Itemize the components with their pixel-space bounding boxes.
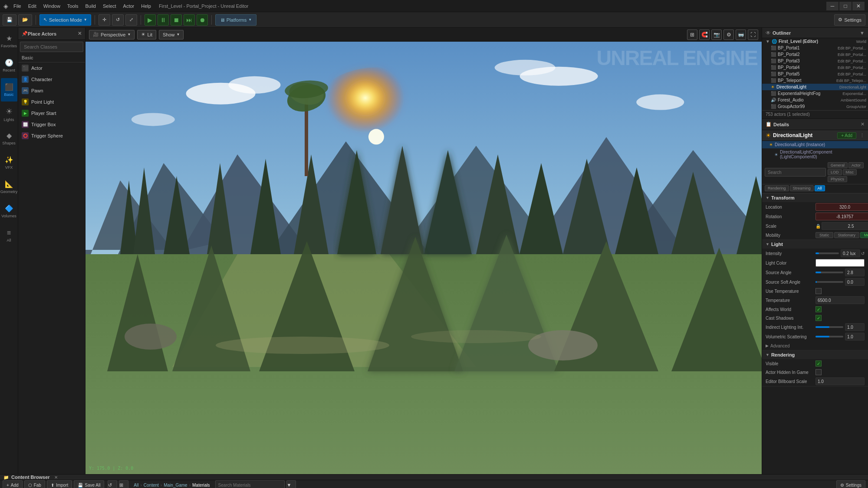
mobility-static-button[interactable]: Static	[815, 232, 833, 238]
breadcrumb-main-game[interactable]: Main_Game	[164, 483, 187, 488]
location-x-input[interactable]	[815, 203, 868, 211]
volumetric-scattering-value[interactable]: 1.0	[845, 333, 865, 341]
volumetric-scattering-track[interactable]	[815, 336, 843, 337]
skip-button[interactable]: ⏭	[184, 14, 195, 26]
outliner-filter-icon[interactable]: ▼	[860, 30, 865, 36]
use-temperature-checkbox[interactable]	[815, 288, 822, 294]
sidebar-item-all[interactable]: ≡ All	[1, 224, 17, 247]
scale-x-input[interactable]	[822, 222, 868, 230]
mobility-movable-button[interactable]: Movable	[860, 232, 868, 238]
stop-button[interactable]: ⏹	[171, 14, 182, 26]
details-more-icon[interactable]: ⋮	[860, 133, 865, 138]
actor-item-character[interactable]: 👤 Character	[18, 74, 85, 85]
open-button[interactable]: 📂	[18, 14, 32, 26]
sidebar-item-lights[interactable]: ☀ Lights	[1, 102, 17, 126]
visible-checkbox[interactable]: ✓	[815, 360, 822, 367]
outliner-item-exp-fog[interactable]: ⬛ ExponentialHeightFog Exponential...	[762, 90, 868, 97]
cb-add-button[interactable]: + Add	[3, 480, 23, 488]
menu-edit[interactable]: Edit	[25, 3, 40, 10]
rotate-button[interactable]: ↺	[112, 14, 124, 26]
outliner-item-bp-portal5[interactable]: ⬛ BP_Portal5 Edit BP_Portal...	[762, 71, 868, 77]
billboard-scale-value[interactable]: 1.0	[815, 377, 865, 385]
outliner-item-bp-portal4[interactable]: ⬛ BP_Portal4 Edit BP_Portal...	[762, 64, 868, 71]
cb-refresh-button[interactable]: ↺	[108, 480, 117, 488]
filter-tab-misc[interactable]: Misc	[843, 169, 857, 175]
filter-tab-general[interactable]: General	[828, 162, 848, 168]
viewport-icon-vr[interactable]: 🥽	[736, 29, 746, 40]
content-browser-close[interactable]: ✕	[54, 475, 58, 480]
sidebar-item-geometry[interactable]: 📐 Geometry	[1, 175, 17, 199]
menu-file[interactable]: File	[10, 3, 25, 10]
menu-window[interactable]: Window	[40, 3, 64, 10]
actor-item-point-light[interactable]: 💡 Point Light	[18, 96, 85, 108]
viewport-icon-camera[interactable]: 📷	[711, 29, 722, 40]
rotation-x-input[interactable]	[815, 213, 868, 220]
component-dlight-component[interactable]: ☀ DirectionalLightComponent (LightCompon…	[762, 148, 868, 160]
filter-tab-lod[interactable]: LOD	[828, 169, 842, 175]
selection-mode-button[interactable]: ↖ Selection Mode ▼	[39, 14, 91, 26]
intensity-slider-track[interactable]	[815, 252, 839, 254]
breadcrumb-materials[interactable]: Materials	[192, 483, 210, 488]
viewport-icon-snap[interactable]: 🧲	[699, 29, 710, 40]
breadcrumb-content[interactable]: Content	[144, 483, 159, 488]
cb-fab-button[interactable]: ⬡ Fab	[24, 480, 45, 488]
outliner-item-forest-audio[interactable]: 🔊 Forest_Audio AmbientSound	[762, 97, 868, 103]
menu-actor[interactable]: Actor	[120, 3, 138, 10]
viewport-icon-grid[interactable]: ⊞	[687, 29, 697, 40]
close-button[interactable]: ✕	[852, 2, 865, 10]
outliner-item-bp-portal1[interactable]: ⬛ BP_Portal1 Edit BP_Portal...	[762, 45, 868, 51]
cb-import-button[interactable]: ⬆ Import	[47, 480, 72, 488]
rendering-section-header[interactable]: ▼ Rendering	[762, 350, 868, 359]
actor-item-trigger-box[interactable]: ⬜ Trigger Box	[18, 119, 85, 130]
affects-world-checkbox[interactable]: ✓	[815, 306, 822, 312]
actor-hidden-checkbox[interactable]	[815, 369, 822, 375]
viewport-icon-maximize[interactable]: ⛶	[748, 29, 758, 40]
advanced-row[interactable]: ▶ Advanced	[762, 341, 868, 350]
search-classes-input[interactable]	[20, 42, 83, 52]
cb-view-button[interactable]: ⊞	[119, 480, 128, 488]
sidebar-item-favorites[interactable]: ★ Favorites	[1, 29, 17, 53]
maximize-button[interactable]: □	[839, 2, 852, 10]
place-actors-close[interactable]: ✕	[78, 31, 82, 36]
indirect-lighting-track[interactable]	[815, 326, 843, 328]
temperature-value[interactable]: 6500.0	[815, 296, 865, 304]
viewport-canvas[interactable]: Y: 175.0 | Z: 0.0 UNREAL ENGINE	[85, 42, 762, 474]
filter-tab-rendering[interactable]: Rendering	[765, 185, 789, 191]
cast-shadows-checkbox[interactable]: ✓	[815, 315, 822, 321]
source-soft-angle-track[interactable]	[815, 281, 843, 283]
filter-tab-physics[interactable]: Physics	[828, 176, 847, 182]
indirect-lighting-value[interactable]: 1.0	[845, 323, 865, 331]
details-search-input[interactable]	[765, 168, 826, 177]
sidebar-item-volumes[interactable]: 🔷 Volumes	[1, 200, 17, 223]
platforms-button[interactable]: 🖥 Platforms ▼	[215, 14, 256, 26]
sidebar-item-basic[interactable]: ⬛ Basic	[1, 78, 17, 102]
filter-tab-streaming[interactable]: Streaming	[790, 185, 814, 191]
transform-section-header[interactable]: ▼ Transform	[762, 193, 868, 202]
actor-item-player-start[interactable]: ▶ Player Start	[18, 108, 85, 119]
light-color-swatch[interactable]	[815, 259, 865, 267]
outliner-item-directional-light[interactable]: ☀ DirectionalLight DirectionalLight	[762, 84, 868, 90]
save-button[interactable]: 💾	[3, 14, 16, 26]
settings-button[interactable]: ⚙ Settings	[834, 14, 865, 26]
light-section-header[interactable]: ▼ Light	[762, 240, 868, 249]
source-soft-angle-value[interactable]: 0.0	[845, 278, 865, 286]
transform-button[interactable]: ✛	[99, 14, 110, 26]
lock-icon[interactable]: 🔒	[815, 224, 821, 229]
outliner-item-world[interactable]: ▼ 🌐 First_Level (Editor) World	[762, 38, 868, 45]
actor-item-pawn[interactable]: 🎮 Pawn	[18, 85, 85, 96]
cb-save-all-button[interactable]: 💾 Save All	[74, 480, 104, 488]
filter-tab-all[interactable]: All	[815, 185, 825, 191]
add-component-button[interactable]: + Add	[837, 132, 856, 139]
menu-build[interactable]: Build	[82, 3, 99, 10]
sidebar-item-recent[interactable]: 🕐 Recent	[1, 54, 17, 77]
cb-settings-button[interactable]: ⚙ Settings	[836, 480, 865, 488]
menu-select[interactable]: Select	[99, 3, 120, 10]
filter-tab-actor[interactable]: Actor	[848, 162, 864, 168]
actor-item-actor[interactable]: ⬛ Actor	[18, 62, 85, 74]
cb-filter-button[interactable]: ▼	[286, 480, 296, 488]
intensity-reset-icon[interactable]: ↺	[861, 251, 865, 256]
record-button[interactable]: ⏺	[197, 14, 208, 26]
outliner-item-bp-teleport[interactable]: ⬛ BP_Teleport Edit BP_Telepo...	[762, 77, 868, 84]
scale-button[interactable]: ⤢	[125, 14, 137, 26]
outliner-item-bp-portal2[interactable]: ⬛ BP_Portal2 Edit BP_Portal...	[762, 51, 868, 58]
